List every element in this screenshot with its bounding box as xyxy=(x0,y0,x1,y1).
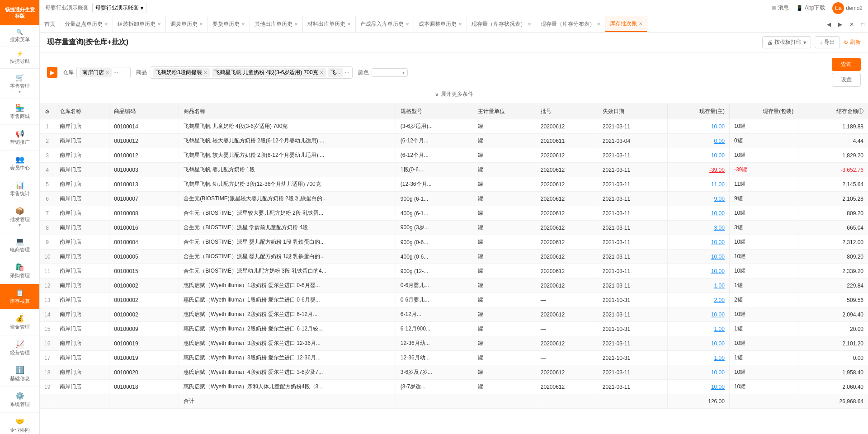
cell-stock-main-11[interactable]: 1.00 xyxy=(667,278,729,293)
cell-warehouse-8: 南岸门店 xyxy=(55,235,109,250)
sidebar-icon-6: 📊 xyxy=(15,181,24,189)
sidebar-item-5[interactable]: 👥 会员中心 xyxy=(0,151,39,176)
cell-stock-main-16[interactable]: 1.00 xyxy=(667,351,729,365)
sidebar-item-15[interactable]: 🤝 企业协同 xyxy=(0,413,39,434)
settings-button[interactable]: 设置 xyxy=(832,73,861,87)
sidebar-item-7[interactable]: 📦 批发管理 ▼ xyxy=(0,202,39,232)
cell-stock-main-4[interactable]: 11.00 xyxy=(667,177,729,192)
sidebar-item-2[interactable]: 🛒 零售管理 ▼ xyxy=(0,69,39,99)
cell-unit-13: 罐 xyxy=(473,307,536,322)
sidebar-quicknav[interactable]: ⚡ 快捷导航 xyxy=(0,47,39,69)
sidebar-search[interactable]: 🔍 搜索英单 xyxy=(0,25,39,47)
expand-more-btn[interactable]: ∨ 展开更多条件 xyxy=(435,90,473,98)
cell-stock-main-1[interactable]: 0.00 xyxy=(667,134,729,148)
user-profile[interactable]: Ea demo2 xyxy=(832,2,863,14)
cell-stock-main-13[interactable]: 10.00 xyxy=(667,307,729,322)
tab-item-9[interactable]: 现存量（库存状况表） ✕ xyxy=(467,16,536,32)
tab-close-1[interactable]: ✕ xyxy=(104,22,108,27)
sidebar-item-10[interactable]: 📋 库存核算 xyxy=(0,284,39,310)
query-button[interactable]: 查询 xyxy=(832,58,861,71)
tab-item-7[interactable]: 产成品入库单历史 ✕ xyxy=(356,16,414,32)
refresh-btn[interactable]: ↻ 刷新 xyxy=(844,38,861,46)
cell-stock-main-0[interactable]: 10.00 xyxy=(667,119,729,134)
tab-close-btn[interactable]: ✕ xyxy=(846,16,858,32)
product-tag-1-remove[interactable]: ✕ xyxy=(203,70,207,75)
tab-item-5[interactable]: 其他出库单历史 ✕ xyxy=(250,16,303,32)
tab-close-3[interactable]: ✕ xyxy=(199,22,203,27)
tab-close-8[interactable]: ✕ xyxy=(458,22,462,27)
cell-stock-pkg-5: 9罐 xyxy=(729,192,798,206)
cell-stock-main-2[interactable]: 10.00 xyxy=(667,148,729,163)
sidebar-item-11[interactable]: 💰 资金管理 xyxy=(0,310,39,335)
product-more-dots[interactable]: ··· xyxy=(345,69,349,75)
account-selector[interactable]: 母婴行业演示账套 ▾ xyxy=(92,3,146,13)
logo-text: 畅捷通好生意 xyxy=(5,6,35,13)
color-filter-input[interactable]: ▾ xyxy=(372,68,408,77)
sidebar-item-14[interactable]: ⚙️ 系统管理 xyxy=(0,387,39,413)
tab-item-4[interactable]: 要货单历史 ✕ xyxy=(208,16,250,32)
cell-stock-main-3[interactable]: -39.00 xyxy=(667,163,729,177)
tab-item-6[interactable]: 材料出库单历史 ✕ xyxy=(303,16,356,32)
cell-amount-16: 0.00 xyxy=(798,351,868,365)
cell-stock-main-8[interactable]: 10.00 xyxy=(667,235,729,250)
tab-close-9[interactable]: ✕ xyxy=(528,22,531,27)
product-tag-container[interactable]: 飞鹤奶粉3段两提装 ✕ 飞鹤星飞帆 儿童奶粉 4段(3-6岁适用) 700克 ✕… xyxy=(150,66,353,79)
cell-stock-main-17[interactable]: 10.00 xyxy=(667,365,729,380)
color-filter-label: 颜色 xyxy=(358,69,369,76)
cell-stock-main-15[interactable]: 10.00 xyxy=(667,336,729,351)
tab-item-3[interactable]: 调拨单历史 ✕ xyxy=(166,16,208,32)
tab-close-4[interactable]: ✕ xyxy=(241,22,245,27)
cell-stock-main-6[interactable]: 10.00 xyxy=(667,206,729,221)
cell-stock-main-10[interactable]: 10.00 xyxy=(667,264,729,278)
sidebar-item-8[interactable]: 💻 电商管理 xyxy=(0,232,39,258)
sidebar-item-6[interactable]: 📊 零售统计 xyxy=(0,176,39,202)
cell-amount-0: 1,189.88 xyxy=(798,119,868,134)
col-settings[interactable]: ⚙ xyxy=(40,104,55,119)
product-tag-2-remove[interactable]: ✕ xyxy=(320,70,323,75)
warehouse-tag-remove[interactable]: ✕ xyxy=(105,70,109,75)
tab-item-10[interactable]: 现存量（库存分布表） ✕ xyxy=(536,16,605,32)
search-icon: 🔍 xyxy=(16,29,23,35)
filter-expand-left-btn[interactable]: ▶ xyxy=(47,67,57,78)
tab-item-11[interactable]: 库存批次账 ✕ xyxy=(605,16,647,32)
cell-stock-main-7[interactable]: 3.00 xyxy=(667,221,729,235)
chevron-down-icon: ▾ xyxy=(141,5,143,11)
sidebar: 畅捷通好生意 标版 🔍 搜索英单 ⚡ 快捷导航 🛒 零售管理 ▼ 🏪 零售商城 … xyxy=(0,0,40,434)
sidebar-item-4[interactable]: 📢 营销推广 xyxy=(0,125,39,151)
tab-next-btn[interactable]: ▶ xyxy=(835,16,846,32)
sidebar-item-3[interactable]: 🏪 零售商城 xyxy=(0,99,39,125)
sidebar-item-9[interactable]: 🛍️ 采购管理 xyxy=(0,258,39,284)
sidebar-item-12[interactable]: 📈 经营管理 xyxy=(0,335,39,361)
cell-name-8: 合生元（BIOSTIME）派星 婴儿配方奶粉 1段 乳铁蛋白的... xyxy=(179,235,396,250)
cell-num-1: 2 xyxy=(40,134,55,148)
cell-stock-main-5[interactable]: 9.00 xyxy=(667,192,729,206)
warehouse-more-dots[interactable]: ··· xyxy=(113,69,118,75)
tab-close-5[interactable]: ✕ xyxy=(294,22,298,27)
export-btn[interactable]: ↓ 导出 xyxy=(815,36,840,48)
tab-close-11[interactable]: ✕ xyxy=(639,21,642,26)
sidebar-item-13[interactable]: ℹ️ 基础信息 xyxy=(0,361,39,387)
tab-item-1[interactable]: 分量盘点单历史 ✕ xyxy=(60,16,113,32)
tab-item-2[interactable]: 组装拆卸单历史 ✕ xyxy=(113,16,166,32)
tab-close-10[interactable]: ✕ xyxy=(597,22,600,27)
app-download-btn[interactable]: 📱 App下载 xyxy=(796,4,825,12)
top-bar: 母婴行业演示账套 母婴行业演示账套 ▾ ✉ 消息 📱 App下载 Ea demo… xyxy=(40,0,868,16)
tab-close-7[interactable]: ✕ xyxy=(406,22,409,27)
tab-close-2[interactable]: ✕ xyxy=(157,22,161,27)
tab-expand-btn[interactable]: □ xyxy=(858,16,868,32)
warehouse-tag-container[interactable]: 南岸门店 ✕ ··· xyxy=(76,67,131,78)
cell-stock-main-18[interactable]: 10.00 xyxy=(667,380,729,394)
sidebar-label-13: 基础信息 xyxy=(10,375,30,382)
cell-stock-main-9[interactable]: 10.00 xyxy=(667,250,729,264)
tab-close-6[interactable]: ✕ xyxy=(347,22,351,27)
cell-amount-18: 2,060.40 xyxy=(798,380,868,394)
tab-item-8[interactable]: 成本调整单历史 ✕ xyxy=(414,16,467,32)
cell-stock-main-14[interactable]: 1.00 xyxy=(667,322,729,336)
tab-prev-btn[interactable]: ◀ xyxy=(823,16,835,32)
cell-stock-main-12[interactable]: 2.00 xyxy=(667,293,729,307)
print-btn[interactable]: 🖨 按模板打印 ▾ xyxy=(762,36,811,48)
print-icon: 🖨 xyxy=(767,39,773,46)
message-btn[interactable]: ✉ 消息 xyxy=(772,4,789,12)
cell-spec-10: 900g (12-... xyxy=(396,264,473,278)
tab-item-0[interactable]: 首页 xyxy=(40,16,60,32)
